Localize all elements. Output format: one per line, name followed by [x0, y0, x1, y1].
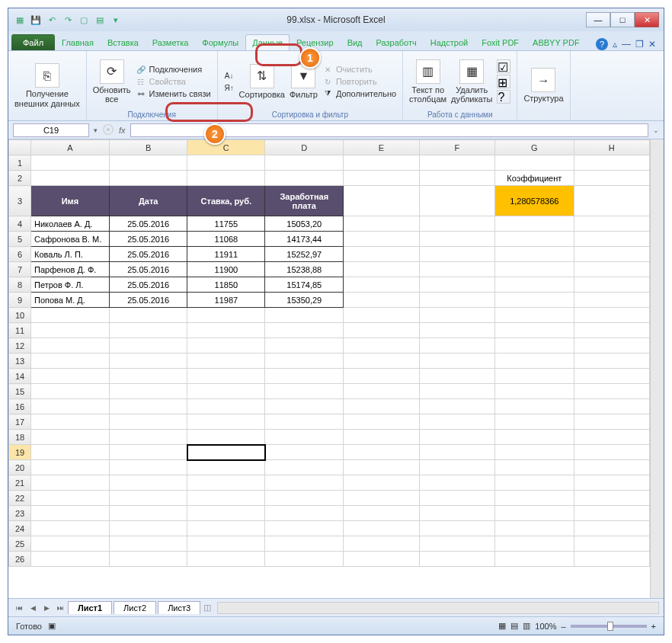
col-header-F[interactable]: F [419, 140, 494, 155]
properties-button[interactable]: ☷Свойства [136, 76, 211, 87]
cell-F21[interactable] [419, 475, 494, 491]
cell-C18[interactable] [187, 430, 265, 445]
cell-G24[interactable] [495, 521, 574, 536]
cell-G14[interactable] [495, 369, 574, 384]
cell-E1[interactable] [344, 155, 419, 171]
view-normal-icon[interactable]: ▦ [498, 621, 506, 631]
cell-F18[interactable] [419, 430, 494, 445]
cell-H12[interactable] [574, 338, 649, 353]
whatif-icon[interactable]: ? [497, 90, 510, 104]
horizontal-scrollbar[interactable] [217, 602, 659, 614]
cell-D1[interactable] [265, 155, 344, 171]
cell-G5[interactable] [495, 232, 574, 247]
row-header-23[interactable]: 23 [9, 506, 31, 521]
cell-A15[interactable] [31, 384, 110, 399]
cell-C17[interactable] [187, 414, 265, 430]
row-header-18[interactable]: 18 [9, 430, 31, 445]
cell-H1[interactable] [574, 155, 649, 171]
view-pagebreak-icon[interactable]: ▥ [523, 621, 530, 631]
cell-E20[interactable] [344, 460, 419, 475]
zoom-out-icon[interactable]: – [561, 622, 565, 631]
cell-B20[interactable] [109, 460, 187, 475]
zoom-in-icon[interactable]: + [651, 622, 656, 631]
sheet-tab-3[interactable]: Лист3 [158, 601, 200, 614]
connections-button[interactable]: 🔗Подключения [136, 64, 211, 75]
cell-E6[interactable] [344, 247, 419, 262]
doc-restore-icon[interactable]: ❐ [635, 39, 644, 50]
cell-H25[interactable] [574, 536, 649, 552]
row-header-24[interactable]: 24 [9, 521, 31, 536]
cell-B9[interactable]: 25.05.2016 [109, 293, 187, 308]
cell-G6[interactable] [495, 247, 574, 262]
outline-button[interactable]: → Структура [523, 68, 563, 103]
cell-D15[interactable] [265, 384, 344, 399]
fx-icon[interactable]: fx [119, 126, 126, 135]
cell-D18[interactable] [265, 430, 344, 445]
cell-B7[interactable]: 25.05.2016 [109, 262, 187, 277]
cell-A14[interactable] [31, 369, 110, 384]
cell-D6[interactable]: 15252,97 [265, 247, 344, 262]
cell-D16[interactable] [265, 399, 344, 414]
cell-C12[interactable] [187, 338, 265, 353]
row-header-4[interactable]: 4 [9, 216, 31, 232]
cell-F13[interactable] [419, 353, 494, 369]
cell-E18[interactable] [344, 430, 419, 445]
col-header-H[interactable]: H [574, 140, 649, 155]
cell-G21[interactable] [495, 475, 574, 491]
row-header-14[interactable]: 14 [9, 369, 31, 384]
cell-B16[interactable] [109, 399, 187, 414]
cell-E4[interactable] [344, 216, 419, 232]
cell-B24[interactable] [109, 521, 187, 536]
cell-C13[interactable] [187, 353, 265, 369]
cell-A3[interactable]: Имя [31, 186, 110, 216]
cell-G7[interactable] [495, 262, 574, 277]
edit-links-button[interactable]: ⚯Изменить связи [136, 88, 211, 99]
cell-H23[interactable] [574, 506, 649, 521]
cell-A24[interactable] [31, 521, 110, 536]
cell-H7[interactable] [574, 262, 649, 277]
cell-F26[interactable] [419, 552, 494, 567]
cell-B6[interactable]: 25.05.2016 [109, 247, 187, 262]
cell-D19[interactable] [265, 445, 344, 460]
cell-F17[interactable] [419, 414, 494, 430]
row-header-25[interactable]: 25 [9, 536, 31, 552]
row-header-9[interactable]: 9 [9, 293, 31, 308]
row-header-13[interactable]: 13 [9, 353, 31, 369]
cell-D23[interactable] [265, 506, 344, 521]
cell-F9[interactable] [419, 293, 494, 308]
cell-D11[interactable] [265, 323, 344, 338]
cell-E23[interactable] [344, 506, 419, 521]
cell-A5[interactable]: Сафронова В. М. [31, 232, 110, 247]
cell-E12[interactable] [344, 338, 419, 353]
cell-C1[interactable] [187, 155, 265, 171]
cell-G19[interactable] [495, 445, 574, 460]
cell-A20[interactable] [31, 460, 110, 475]
cell-C15[interactable] [187, 384, 265, 399]
cell-D22[interactable] [265, 491, 344, 506]
col-header-C[interactable]: C [187, 140, 265, 155]
cell-A10[interactable] [31, 308, 110, 323]
cell-E8[interactable] [344, 277, 419, 293]
row-header-1[interactable]: 1 [9, 155, 31, 171]
cell-F16[interactable] [419, 399, 494, 414]
tab-foxit[interactable]: Foxit PDF [475, 34, 526, 50]
cell-D12[interactable] [265, 338, 344, 353]
cell-G20[interactable] [495, 460, 574, 475]
sheet-prev-icon[interactable]: ◀ [27, 602, 39, 614]
cell-F10[interactable] [419, 308, 494, 323]
qat-more-icon[interactable]: ▾ [109, 13, 123, 27]
cell-D10[interactable] [265, 308, 344, 323]
cell-E19[interactable] [344, 445, 419, 460]
cell-D24[interactable] [265, 521, 344, 536]
cell-B23[interactable] [109, 506, 187, 521]
cell-C6[interactable]: 11911 [187, 247, 265, 262]
cell-F6[interactable] [419, 247, 494, 262]
cell-G11[interactable] [495, 323, 574, 338]
cell-B22[interactable] [109, 491, 187, 506]
row-header-21[interactable]: 21 [9, 475, 31, 491]
sheet-last-icon[interactable]: ⏭ [54, 602, 66, 614]
tab-layout[interactable]: Разметка [146, 34, 196, 50]
cell-H8[interactable] [574, 277, 649, 293]
cell-D2[interactable] [265, 171, 344, 186]
cell-A22[interactable] [31, 491, 110, 506]
